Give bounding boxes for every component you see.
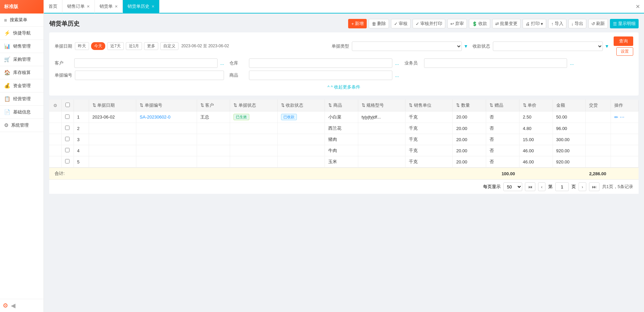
- data-table: ⚙ ⇅ 单据日期 ⇅ 单据编号 ⇅ 客户: [49, 100, 639, 167]
- doc-type-dropdown-icon[interactable]: ▾: [465, 43, 467, 49]
- sidebar-item-system-mgmt[interactable]: ⚙ 系统管理: [0, 119, 44, 132]
- settings-button[interactable]: 设置: [616, 47, 633, 56]
- col-qty[interactable]: ⇅ 数量: [453, 100, 486, 111]
- col-checkbox[interactable]: [61, 100, 74, 111]
- row-checkbox[interactable]: [65, 126, 69, 130]
- row-checkbox[interactable]: [65, 137, 69, 141]
- pay-status-select[interactable]: [493, 42, 603, 51]
- col-product[interactable]: ⇅ 商品: [325, 100, 358, 111]
- tab-home[interactable]: 首页: [44, 0, 62, 13]
- page-title: 销货单历史: [49, 20, 80, 28]
- sidebar-item-inventory[interactable]: 🏠 库存核算: [0, 66, 44, 79]
- more-action-icon[interactable]: ⋯: [620, 114, 624, 120]
- collect-button[interactable]: 💲 收款: [469, 19, 490, 28]
- audit-button[interactable]: ✓ 审核: [391, 19, 411, 28]
- print-button[interactable]: 🖨 打印 ▾: [523, 19, 546, 28]
- warehouse-input[interactable]: [249, 58, 392, 68]
- col-unit[interactable]: ⇅ 销售单位: [405, 100, 453, 111]
- col-doc-no[interactable]: ⇅ 单据编号: [136, 100, 197, 111]
- docno-input[interactable]: [75, 71, 224, 80]
- product-input[interactable]: [249, 71, 392, 80]
- tab-home-label: 首页: [49, 3, 57, 9]
- import-button[interactable]: ↑ 导入: [548, 19, 566, 28]
- abandon-button[interactable]: ↩ 弃审: [447, 19, 467, 28]
- row-checkbox[interactable]: [65, 159, 69, 163]
- col-spec[interactable]: ⇅ 规格型号: [358, 100, 405, 111]
- pay-status-dropdown-icon[interactable]: ▾: [606, 43, 608, 49]
- row-checkbox[interactable]: [65, 148, 69, 152]
- audit-print-button[interactable]: ✓ 审核并打印: [413, 19, 445, 28]
- sidebar-item-finance[interactable]: 💰 资金管理: [0, 79, 44, 93]
- doc-no-link[interactable]: SA-20230602-0: [140, 114, 170, 120]
- warehouse-ellipsis[interactable]: ...: [395, 60, 399, 66]
- product-ellipsis[interactable]: ...: [395, 73, 399, 78]
- tab-sales-delivery-close[interactable]: ✕: [115, 4, 118, 9]
- col-amount[interactable]: 金额: [553, 100, 585, 111]
- sidebar-item-label: 快捷导航: [13, 30, 31, 36]
- tab-sales-history[interactable]: 销货单历史 ✕: [123, 0, 160, 13]
- page-current-label: 第: [548, 184, 553, 190]
- sort-icon: ⇅: [281, 103, 285, 108]
- col-doc-status[interactable]: ⇅ 单据状态: [230, 100, 277, 111]
- col-pay-status[interactable]: ⇅ 收款状态: [277, 100, 325, 111]
- tab-sales-history-close[interactable]: ✕: [151, 4, 155, 9]
- filter-date-item: 单据日期 昨天 今天 近7天 近1月 更多 自定义 2023-06-02 至 2…: [55, 42, 326, 50]
- doc-type-select[interactable]: [352, 42, 462, 51]
- sidebar-item-basic-info[interactable]: 📄 基础信息: [0, 106, 44, 119]
- export-button[interactable]: ↓ 导出: [568, 19, 587, 28]
- show-detail-button[interactable]: ☰ 显示明细: [610, 19, 639, 28]
- next-page-btn[interactable]: ›: [579, 182, 586, 191]
- collapse-label: ^ 收起更多条件: [331, 84, 361, 89]
- customer-input[interactable]: [74, 58, 218, 68]
- tab-sales-order[interactable]: 销售订单 ✕: [62, 0, 95, 13]
- sidebar-item-purchase-mgmt[interactable]: 🛒 采购管理: [0, 53, 44, 66]
- table-row: 12023-06-02SA-20230602-0王总已生效已收款小白菜tyjyj…: [49, 111, 639, 123]
- first-page-btn[interactable]: ⏮: [525, 182, 535, 191]
- date-1month-btn[interactable]: 近1月: [126, 42, 142, 50]
- col-unit-price[interactable]: ⇅ 单价: [519, 100, 553, 111]
- total-info: 共1页，5条记录: [602, 184, 633, 190]
- date-yesterday-btn[interactable]: 昨天: [75, 42, 89, 50]
- tab-close-all[interactable]: ✕: [632, 3, 644, 10]
- customer-ellipsis[interactable]: ...: [220, 60, 224, 66]
- sidebar-item-quick-nav[interactable]: ⚡ 快捷导航: [0, 27, 44, 40]
- toolbar: + 新增 🗑 删除 ✓ 审核 ✓ 审核并打印 ↩ 弃审: [348, 19, 639, 28]
- purchase-icon: 🛒: [4, 56, 10, 62]
- sidebar-item-sales-mgmt[interactable]: 📊 销售管理: [0, 40, 44, 53]
- salesperson-input[interactable]: [424, 58, 567, 68]
- sidebar-item-operations[interactable]: 📋 经营管理: [0, 93, 44, 106]
- col-gift[interactable]: ⇅ 赠品: [486, 100, 520, 111]
- page-number-input[interactable]: [555, 182, 569, 191]
- audit-icon: ✓: [394, 21, 398, 26]
- delete-button[interactable]: 🗑 删除: [369, 19, 389, 28]
- row-checkbox[interactable]: [65, 114, 69, 119]
- query-button[interactable]: 查询: [614, 36, 633, 46]
- date-more-btn[interactable]: 更多: [144, 42, 158, 50]
- filter-row-1: 单据日期 昨天 今天 近7天 近1月 更多 自定义 2023-06-02 至 2…: [55, 36, 633, 56]
- col-settings[interactable]: ⚙: [49, 100, 61, 111]
- col-customer[interactable]: ⇅ 客户: [197, 100, 230, 111]
- collapse-filter-btn[interactable]: ^ ^ 收起更多条件: [55, 83, 633, 92]
- sidebar-collapse-icon[interactable]: ◀: [11, 302, 16, 309]
- sort-icon: ⇅: [233, 103, 237, 108]
- last-page-btn[interactable]: ⏭: [589, 182, 599, 191]
- tab-sales-delivery[interactable]: 销货单 ✕: [95, 0, 123, 13]
- refresh-button[interactable]: ↺ 刷新: [588, 19, 608, 28]
- add-button[interactable]: + 新增: [348, 19, 367, 28]
- sidebar-item-search-menu[interactable]: ≡ 搜索菜单: [0, 14, 44, 27]
- prev-page-btn[interactable]: ‹: [538, 182, 545, 191]
- product-label: 商品: [229, 72, 246, 78]
- date-7days-btn[interactable]: 近7天: [107, 42, 124, 50]
- col-doc-date[interactable]: ⇅ 单据日期: [89, 100, 136, 111]
- show-detail-label: 显示明细: [618, 21, 636, 27]
- date-today-btn[interactable]: 今天: [91, 42, 105, 50]
- page-size-select[interactable]: 10 20 50 100: [503, 182, 522, 191]
- date-custom-btn[interactable]: 自定义: [160, 42, 178, 50]
- tab-sales-order-close[interactable]: ✕: [87, 4, 90, 9]
- edit-icon[interactable]: ✏: [614, 114, 618, 120]
- salesperson-ellipsis[interactable]: ...: [570, 60, 574, 66]
- col-trade[interactable]: 交货: [585, 100, 611, 111]
- batch-change-button[interactable]: ⇄ 批量变更: [492, 19, 521, 28]
- select-all-checkbox[interactable]: [65, 103, 70, 107]
- sidebar-settings-icon[interactable]: ⚙: [3, 302, 8, 309]
